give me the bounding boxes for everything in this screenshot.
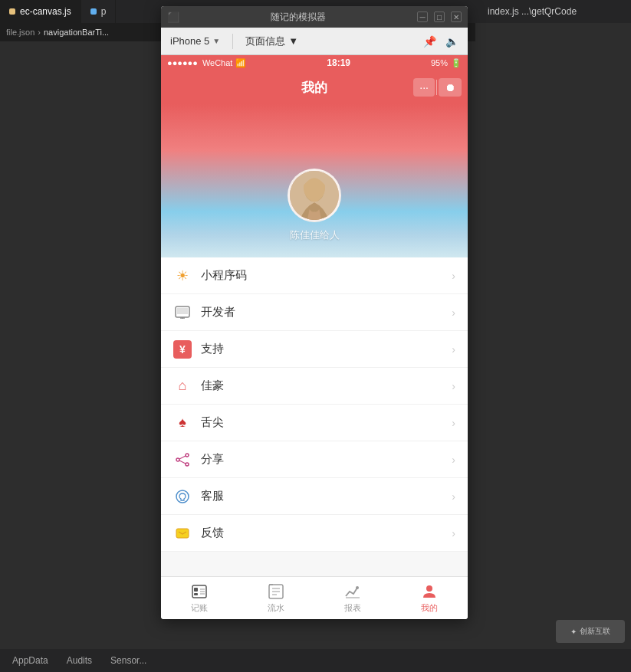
tab-label-ec-canvas: ec-canvas.js: [20, 6, 71, 17]
menu-item-tongue-tip[interactable]: ♠ 舌尖 ›: [161, 405, 468, 441]
bottom-item-appdata[interactable]: AppData: [12, 655, 48, 666]
menu-item-support[interactable]: ¥ 支持 ›: [161, 331, 468, 368]
tab-item-bookkeeping[interactable]: 记账: [161, 577, 238, 619]
tab-label-index-js: index.js ...\getQrCode: [488, 6, 577, 17]
record-button[interactable]: ⏺: [439, 78, 462, 97]
tab-icon-p: [90, 8, 97, 15]
menu-item-jiahao[interactable]: ⌂ 佳豪 ›: [161, 368, 468, 405]
menu-item-customer-service[interactable]: 客服 ›: [161, 478, 468, 515]
svg-point-23: [356, 586, 359, 589]
record-icon: ⏺: [445, 81, 455, 93]
simulator-titlebar: ⬛ 随记的模拟器 ─ □ ✕: [161, 6, 468, 28]
svg-point-25: [426, 585, 432, 592]
tab-ec-canvas[interactable]: ec-canvas.js: [0, 0, 81, 23]
tab-label-p: p: [101, 6, 107, 17]
tab-index-js[interactable]: index.js ...\getQrCode: [475, 0, 631, 23]
simulator-window: ⬛ 随记的模拟器 ─ □ ✕ iPhone 5 ▼ 页面信息 ▼ 📌 🔈 ●●●…: [161, 6, 468, 619]
page-info-label: 页面信息: [245, 34, 285, 48]
tab-label-bookkeeping: 记账: [191, 602, 208, 614]
watermark-icon: ✦: [570, 628, 577, 636]
sound-icon[interactable]: 🔈: [445, 35, 458, 48]
menu-item-developer[interactable]: 开发者 ›: [161, 294, 468, 331]
share-icon: [173, 451, 192, 469]
chevron-icon-share: ›: [452, 454, 455, 466]
chevron-icon-feedback: ›: [452, 527, 455, 539]
status-right: 95% 🔋: [431, 58, 462, 68]
jiahao-icon: ⌂: [173, 377, 192, 395]
developer-icon: [173, 303, 192, 322]
support-icon: ¥: [173, 340, 192, 359]
avatar[interactable]: [288, 169, 341, 222]
tab-label-report: 报表: [344, 602, 361, 614]
status-time: 18:19: [327, 57, 350, 68]
menu-label-mini-program-code: 小程序码: [201, 268, 442, 283]
menu-label-customer-service: 客服: [201, 489, 442, 503]
window-controls: ⬛: [167, 11, 179, 23]
signal-dots: ●●●●●●: [167, 58, 198, 67]
bottom-item-audits[interactable]: Audits: [67, 655, 92, 666]
menu-item-feedback[interactable]: 反馈 ›: [161, 515, 468, 552]
menu-label-jiahao: 佳豪: [201, 379, 442, 393]
nav-title: 我的: [301, 79, 327, 97]
status-left: ●●●●●● WeChat 📶: [167, 58, 246, 68]
nav-bar: 我的 ··· ⏺: [161, 70, 468, 104]
more-button[interactable]: ···: [413, 78, 435, 97]
menu-list: ☀ 小程序码 › 开发者 › ¥ 支持 ›: [161, 257, 468, 576]
simulator-toolbar: iPhone 5 ▼ 页面信息 ▼ 📌 🔈: [161, 28, 468, 55]
chevron-icon-customer-service: ›: [452, 490, 455, 503]
nav-icon-divider: [436, 80, 437, 95]
window-buttons[interactable]: ─ □ ✕: [417, 11, 462, 22]
svg-point-6: [186, 454, 189, 457]
toolbar-icons: 📌 🔈: [423, 35, 458, 48]
phone-screen: ●●●●●● WeChat 📶 18:19 95% 🔋 我的 ··· ⏺: [161, 55, 468, 619]
simulator-title: 随记的模拟器: [179, 11, 417, 24]
chevron-icon-support: ›: [452, 343, 455, 356]
svg-line-9: [179, 456, 186, 459]
svg-rect-15: [194, 593, 198, 595]
battery-icon: 🔋: [451, 58, 462, 68]
minimize-button[interactable]: ─: [417, 11, 428, 22]
device-chevron-icon: ▼: [212, 37, 220, 45]
chevron-icon-mini-program-code: ›: [452, 270, 455, 282]
watermark-text: 创新互联: [580, 626, 610, 637]
bottom-item-sensor[interactable]: Sensor...: [110, 655, 146, 666]
mine-icon: [420, 582, 439, 601]
chevron-icon-jiahao: ›: [452, 380, 455, 392]
tab-p[interactable]: p: [81, 0, 117, 23]
breadcrumb-file: file.json: [6, 28, 35, 37]
svg-point-8: [186, 463, 189, 466]
menu-label-developer: 开发者: [201, 305, 442, 320]
maximize-button[interactable]: □: [434, 11, 445, 22]
toolbar-divider: [232, 34, 233, 49]
tab-item-flow[interactable]: 流水: [238, 577, 314, 619]
menu-item-mini-program-code[interactable]: ☀ 小程序码 ›: [161, 257, 468, 294]
bottom-bar: AppData Audits Sensor...: [0, 649, 631, 672]
bookkeeping-icon: [190, 582, 209, 601]
mini-program-code-icon: ☀: [173, 267, 192, 285]
tab-icon-ec-canvas: [9, 8, 15, 15]
svg-rect-3: [177, 308, 188, 314]
tongue-tip-icon: ♠: [173, 414, 192, 432]
more-icon: ···: [419, 81, 429, 93]
svg-rect-14: [194, 588, 198, 592]
menu-label-tongue-tip: 舌尖: [201, 415, 442, 430]
tab-label-flow: 流水: [268, 602, 284, 614]
tab-item-mine[interactable]: 我的: [391, 577, 468, 619]
device-selector[interactable]: iPhone 5 ▼: [170, 35, 220, 47]
tab-item-report[interactable]: 报表: [314, 577, 391, 619]
tab-bar: 记账 流水: [161, 576, 468, 619]
pin-icon[interactable]: 📌: [423, 35, 436, 48]
breadcrumb-separator: ›: [38, 28, 41, 37]
menu-item-share[interactable]: 分享 ›: [161, 441, 468, 478]
username: 陈佳佳给人: [290, 228, 340, 242]
customer-service-icon: [173, 487, 192, 506]
chevron-icon-tongue-tip: ›: [452, 417, 455, 429]
svg-point-7: [176, 458, 179, 461]
report-icon: [343, 582, 362, 601]
menu-label-feedback: 反馈: [201, 526, 442, 540]
page-info-button[interactable]: 页面信息 ▼: [245, 34, 298, 48]
tab-label-mine: 我的: [421, 602, 438, 614]
close-button[interactable]: ✕: [451, 11, 462, 22]
status-bar: ●●●●●● WeChat 📶 18:19 95% 🔋: [161, 55, 468, 70]
svg-line-10: [179, 461, 186, 464]
